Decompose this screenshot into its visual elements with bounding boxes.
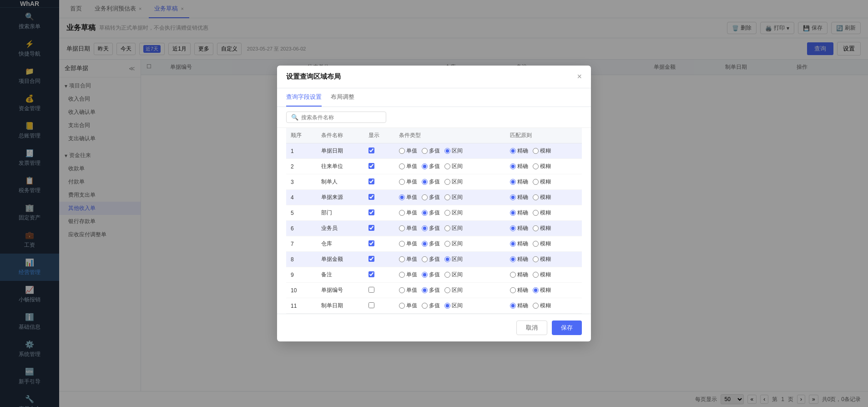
match-radio-option[interactable]: 模糊 <box>533 240 551 248</box>
type-radio-多值[interactable] <box>422 256 428 262</box>
modal-tab-field-settings[interactable]: 查询字段设置 <box>286 88 322 107</box>
modal-search-input[interactable] <box>301 114 374 121</box>
match-radio-option[interactable]: 模糊 <box>533 147 551 155</box>
match-radio-option[interactable]: 模糊 <box>533 224 551 232</box>
match-radio-模糊[interactable] <box>533 148 539 154</box>
display-checkbox[interactable] <box>368 148 374 153</box>
type-radio-多值[interactable] <box>422 303 428 309</box>
match-radio-模糊[interactable] <box>533 256 539 262</box>
type-radio-option[interactable]: 多值 <box>422 178 440 186</box>
type-radio-option[interactable]: 单值 <box>399 302 417 310</box>
type-radio-多值[interactable] <box>422 179 428 185</box>
type-radio-多值[interactable] <box>422 272 428 278</box>
type-radio-option[interactable]: 单值 <box>399 224 417 232</box>
match-radio-模糊[interactable] <box>533 163 539 169</box>
match-radio-精确[interactable] <box>510 225 516 231</box>
type-radio-区间[interactable] <box>444 256 450 262</box>
type-radio-区间[interactable] <box>444 303 450 309</box>
type-radio-区间[interactable] <box>444 225 450 231</box>
type-radio-option[interactable]: 多值 <box>422 224 440 232</box>
type-radio-option[interactable]: 区间 <box>444 286 463 294</box>
type-radio-区间[interactable] <box>444 241 450 247</box>
type-radio-区间[interactable] <box>444 163 450 169</box>
type-radio-option[interactable]: 区间 <box>444 255 463 263</box>
modal-close-button[interactable]: × <box>577 72 582 81</box>
type-radio-option[interactable]: 区间 <box>444 302 463 310</box>
type-radio-option[interactable]: 多值 <box>422 209 440 217</box>
match-radio-option[interactable]: 模糊 <box>533 302 551 310</box>
match-radio-精确[interactable] <box>510 179 516 185</box>
match-radio-option[interactable]: 模糊 <box>533 255 551 263</box>
match-radio-模糊[interactable] <box>533 287 539 293</box>
type-radio-option[interactable]: 单值 <box>399 286 417 294</box>
match-radio-option[interactable]: 精确 <box>510 271 528 279</box>
type-radio-option[interactable]: 区间 <box>444 240 463 248</box>
match-radio-option[interactable]: 精确 <box>510 224 528 232</box>
type-radio-单值[interactable] <box>399 272 405 278</box>
match-radio-option[interactable]: 精确 <box>510 209 528 217</box>
type-radio-多值[interactable] <box>422 241 428 247</box>
display-checkbox[interactable] <box>368 256 374 262</box>
match-radio-option[interactable]: 精确 <box>510 163 528 170</box>
match-radio-模糊[interactable] <box>533 194 539 200</box>
match-radio-option[interactable]: 精确 <box>510 302 528 310</box>
match-radio-精确[interactable] <box>510 148 516 154</box>
match-radio-精确[interactable] <box>510 194 516 200</box>
display-checkbox[interactable] <box>368 163 374 169</box>
type-radio-option[interactable]: 单值 <box>399 255 417 263</box>
type-radio-option[interactable]: 多值 <box>422 255 440 263</box>
type-radio-option[interactable]: 单值 <box>399 240 417 248</box>
match-radio-option[interactable]: 精确 <box>510 147 528 155</box>
type-radio-多值[interactable] <box>422 210 428 216</box>
display-checkbox[interactable] <box>368 225 374 231</box>
type-radio-区间[interactable] <box>444 148 450 154</box>
match-radio-模糊[interactable] <box>533 179 539 185</box>
type-radio-区间[interactable] <box>444 287 450 293</box>
type-radio-option[interactable]: 单值 <box>399 193 417 201</box>
type-radio-option[interactable]: 多值 <box>422 240 440 248</box>
type-radio-区间[interactable] <box>444 210 450 216</box>
match-radio-option[interactable]: 模糊 <box>533 286 551 294</box>
match-radio-精确[interactable] <box>510 210 516 216</box>
type-radio-单值[interactable] <box>399 163 405 169</box>
modal-tab-layout-adjust[interactable]: 布局调整 <box>331 88 354 107</box>
match-radio-模糊[interactable] <box>533 225 539 231</box>
modal-cancel-button[interactable]: 取消 <box>516 321 547 335</box>
type-radio-option[interactable]: 区间 <box>444 193 463 201</box>
type-radio-option[interactable]: 单值 <box>399 271 417 279</box>
match-radio-option[interactable]: 模糊 <box>533 209 551 217</box>
display-checkbox[interactable] <box>368 209 374 215</box>
match-radio-option[interactable]: 精确 <box>510 255 528 263</box>
type-radio-单值[interactable] <box>399 287 405 293</box>
type-radio-option[interactable]: 区间 <box>444 209 463 217</box>
type-radio-多值[interactable] <box>422 163 428 169</box>
type-radio-区间[interactable] <box>444 194 450 200</box>
type-radio-单值[interactable] <box>399 194 405 200</box>
match-radio-精确[interactable] <box>510 163 516 169</box>
type-radio-单值[interactable] <box>399 179 405 185</box>
display-checkbox[interactable] <box>368 194 374 200</box>
match-radio-模糊[interactable] <box>533 272 539 278</box>
type-radio-option[interactable]: 多值 <box>422 163 440 170</box>
type-radio-option[interactable]: 区间 <box>444 178 463 186</box>
display-checkbox[interactable] <box>368 287 374 293</box>
match-radio-精确[interactable] <box>510 256 516 262</box>
display-checkbox[interactable] <box>368 302 374 308</box>
modal-save-button[interactable]: 保存 <box>552 321 582 335</box>
match-radio-option[interactable]: 精确 <box>510 193 528 201</box>
display-checkbox[interactable] <box>368 271 374 277</box>
match-radio-option[interactable]: 模糊 <box>533 163 551 170</box>
type-radio-option[interactable]: 单值 <box>399 163 417 170</box>
match-radio-精确[interactable] <box>510 287 516 293</box>
type-radio-多值[interactable] <box>422 194 428 200</box>
type-radio-单值[interactable] <box>399 241 405 247</box>
type-radio-option[interactable]: 单值 <box>399 209 417 217</box>
display-checkbox[interactable] <box>368 240 374 246</box>
type-radio-区间[interactable] <box>444 179 450 185</box>
type-radio-单值[interactable] <box>399 148 405 154</box>
type-radio-多值[interactable] <box>422 148 428 154</box>
type-radio-option[interactable]: 单值 <box>399 147 417 155</box>
type-radio-单值[interactable] <box>399 256 405 262</box>
match-radio-option[interactable]: 精确 <box>510 178 528 186</box>
type-radio-option[interactable]: 区间 <box>444 147 463 155</box>
